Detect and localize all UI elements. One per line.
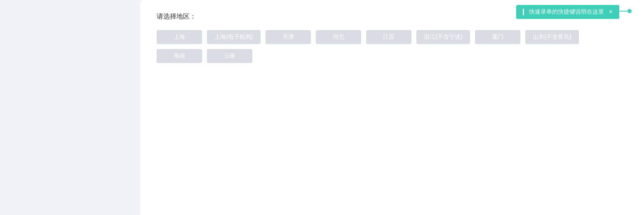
region-button-江苏[interactable]: 江苏 [366,30,411,44]
region-button-海南[interactable]: 海南 [157,49,202,63]
tooltip-banner: 快速录单的快捷键说明在这里 × [516,5,619,19]
region-button-上海[interactable]: 上海 [157,30,202,44]
region-button-河北[interactable]: 河北 [316,30,361,44]
region-button-云南[interactable]: 云南 [207,49,252,63]
tooltip-close-button[interactable]: × [609,9,613,15]
region-button-上海(电子税局)[interactable]: 上海(电子税局) [207,30,261,44]
tooltip-text: 快速录单的快捷键说明在这里 [529,8,604,16]
tooltip-line [619,11,628,12]
tooltip-bar [523,9,524,15]
region-buttons: 上海上海(电子税局)天津河北江苏浙江(不含宁波)厦门山东(不含青岛)海南云南 [157,30,628,63]
region-button-厦门[interactable]: 厦门 [475,30,520,44]
region-button-天津[interactable]: 天津 [266,30,311,44]
tooltip-dot [628,9,632,13]
region-button-山东(不含青岛)[interactable]: 山东(不含青岛) [525,30,579,44]
main-content: 请选择地区： 上海上海(电子税局)天津河北江苏浙江(不含宁波)厦门山东(不含青岛… [140,0,644,215]
region-button-浙江(不含宁波)[interactable]: 浙江(不含宁波) [416,30,470,44]
left-sidebar [0,0,140,215]
